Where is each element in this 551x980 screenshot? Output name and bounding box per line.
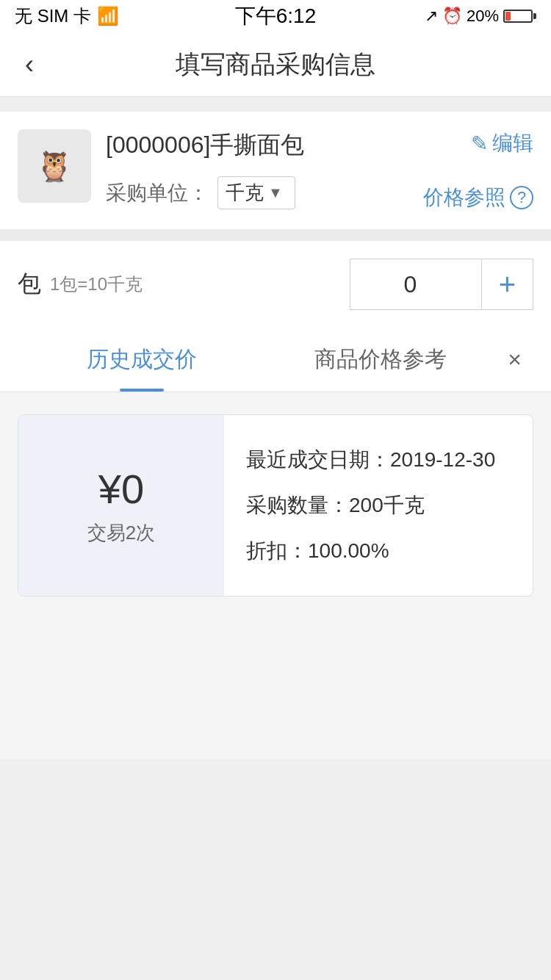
- purchase-qty-value: 200千克: [349, 494, 425, 516]
- dropdown-arrow-icon: ▼: [268, 184, 283, 201]
- quantity-input-group: +: [350, 259, 533, 310]
- back-button[interactable]: ‹: [18, 42, 41, 87]
- price-content: ¥0 交易2次 最近成交日期：2019-12-30 采购数量：200千克 折扣：…: [0, 392, 551, 760]
- quantity-conversion: 1包=10千克: [50, 273, 143, 296]
- section-divider: [0, 229, 551, 241]
- price-card: ¥0 交易2次 最近成交日期：2019-12-30 采购数量：200千克 折扣：…: [18, 414, 533, 597]
- product-unit-row: 采购单位： 千克 ▼: [106, 176, 304, 209]
- price-ref-icon: ?: [510, 186, 533, 209]
- battery-percent: 20%: [467, 7, 499, 26]
- quantity-label-group: 包 1包=10千克: [18, 268, 143, 300]
- sim-status: 无 SIM 卡: [15, 4, 91, 28]
- tab-active-indicator: [120, 389, 164, 392]
- nav-bar: ‹ 填写商品采购信息: [0, 32, 551, 97]
- price-card-right: 最近成交日期：2019-12-30 采购数量：200千克 折扣：100.00%: [224, 415, 533, 596]
- product-thumbnail: 🦉: [18, 129, 91, 203]
- status-bar-right: ↗ ⏰ 20%: [425, 7, 536, 26]
- status-bar-time: 下午6:12: [235, 2, 317, 30]
- tab-bar: 历史成交价 商品价格参考 ×: [0, 328, 551, 392]
- quantity-plus-button[interactable]: +: [482, 259, 533, 310]
- edit-label: 编辑: [492, 129, 533, 157]
- product-info: [0000006]手撕面包 采购单位： 千克 ▼: [106, 129, 304, 209]
- unit-label: 采购单位：: [106, 179, 209, 207]
- discount-row: 折扣：100.00%: [246, 536, 511, 566]
- discount-label: 折扣：: [246, 539, 308, 562]
- price-card-left: ¥0 交易2次: [18, 415, 224, 596]
- quantity-input[interactable]: [350, 259, 482, 310]
- location-icon: ↗: [425, 7, 438, 26]
- tab-close-button[interactable]: ×: [500, 339, 529, 381]
- product-left: 🦉 [0000006]手撕面包 采购单位： 千克 ▼: [18, 129, 304, 209]
- recent-date-row: 最近成交日期：2019-12-30: [246, 444, 511, 475]
- edit-button[interactable]: ✎ 编辑: [471, 129, 533, 157]
- product-logo-icon: 🦉: [36, 149, 73, 184]
- status-bar: 无 SIM 卡 📶 下午6:12 ↗ ⏰ 20%: [0, 0, 551, 32]
- tab-reference-label: 商品价格参考: [314, 345, 447, 375]
- recent-date-value: 2019-12-30: [390, 448, 495, 471]
- tab-reference[interactable]: 商品价格参考: [262, 328, 501, 392]
- edit-icon: ✎: [471, 131, 488, 156]
- quantity-unit-badge: 包: [18, 268, 41, 300]
- page-title: 填写商品采购信息: [176, 48, 375, 82]
- unit-select[interactable]: 千克 ▼: [217, 176, 295, 209]
- product-card: 🦉 [0000006]手撕面包 采购单位： 千克 ▼ ✎ 编辑 价格参照: [0, 112, 551, 229]
- tab-history-label: 历史成交价: [87, 345, 197, 375]
- price-ref-label: 价格参照: [423, 184, 505, 212]
- unit-value: 千克: [226, 180, 264, 206]
- product-right: ✎ 编辑 价格参照 ?: [423, 129, 533, 212]
- product-name: [0000006]手撕面包: [106, 129, 304, 162]
- wifi-icon: 📶: [97, 6, 119, 26]
- status-bar-left: 无 SIM 卡 📶: [15, 4, 119, 28]
- battery-icon: [503, 10, 536, 23]
- discount-value: 100.00%: [308, 539, 389, 562]
- trade-count: 交易2次: [87, 520, 155, 546]
- tab-history[interactable]: 历史成交价: [22, 328, 262, 392]
- alarm-icon: ⏰: [442, 7, 462, 26]
- quantity-row: 包 1包=10千克 +: [0, 241, 551, 328]
- recent-date-label: 最近成交日期：: [246, 448, 390, 471]
- purchase-qty-label: 采购数量：: [246, 494, 349, 516]
- price-ref-button[interactable]: 价格参照 ?: [423, 184, 533, 212]
- price-amount: ¥0: [98, 465, 144, 513]
- purchase-qty-row: 采购数量：200千克: [246, 490, 511, 521]
- product-header: 🦉 [0000006]手撕面包 采购单位： 千克 ▼ ✎ 编辑 价格参照: [18, 129, 533, 212]
